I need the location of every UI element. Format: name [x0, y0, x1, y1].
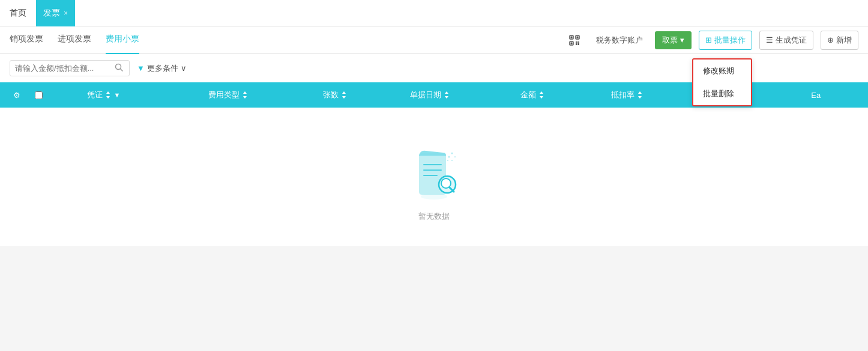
svg-line-11 [121, 69, 123, 72]
th-amount[interactable]: 金额 [485, 90, 579, 100]
th-deduct-rate[interactable]: 抵扣率 [580, 90, 674, 100]
search-icon [115, 63, 123, 73]
batch-op-button[interactable]: ⊞ 批量操作 [699, 31, 752, 50]
tab-sales-invoice[interactable]: 销项发票 [10, 26, 43, 54]
invoice-tab-label: 发票 [43, 8, 60, 19]
svg-rect-7 [577, 41, 579, 43]
batch-op-label: 批量操作 [714, 35, 746, 46]
sort-icon-deduct-rate [637, 90, 643, 100]
th-count-label: 张数 [323, 90, 339, 100]
sort-icon-count [341, 90, 347, 100]
batch-op-wrap: ⊞ 批量操作 修改账期 批量删除 [699, 31, 752, 50]
home-nav-item[interactable]: 首页 [10, 8, 36, 19]
close-icon[interactable]: × [64, 9, 68, 17]
empty-state-text: 暂无数据 [418, 211, 450, 222]
svg-rect-9 [578, 43, 579, 45]
generate-voucher-label: 生成凭证 [776, 35, 807, 46]
sort-icon-date [444, 90, 450, 100]
batch-op-dropdown: 修改账期 批量删除 [692, 58, 752, 106]
sort-icon [105, 90, 111, 100]
svg-rect-3 [577, 36, 579, 38]
svg-rect-1 [571, 36, 573, 38]
th-date[interactable]: 单据日期 [374, 90, 486, 100]
th-count[interactable]: 张数 [297, 90, 374, 100]
search-wrap[interactable] [10, 60, 130, 76]
filter-icon: ▼ [137, 64, 145, 73]
th-extra: Ea [769, 91, 863, 100]
invoice-tab[interactable]: 发票 × [36, 0, 75, 26]
empty-state: 暂无数据 [0, 108, 868, 246]
th-expense-type-label: 费用类型 [208, 90, 240, 100]
th-voucher[interactable]: 凭证 ▼ [48, 90, 160, 100]
more-conditions-label: 更多条件 [147, 63, 178, 74]
search-input[interactable] [15, 64, 111, 73]
gear-icon: ⚙ [13, 91, 20, 100]
more-conditions-button[interactable]: ▼ 更多条件 ∨ [137, 63, 187, 74]
batch-op-icon: ⊞ [705, 35, 712, 44]
generate-voucher-icon: ☰ [766, 35, 773, 44]
tax-account-button[interactable]: 税务数字账户 [591, 32, 648, 48]
take-ticket-button[interactable]: 取票 ▾ [655, 31, 692, 49]
generate-voucher-button[interactable]: ☰ 生成凭证 [759, 31, 813, 50]
more-conditions-dropdown-icon: ∨ [181, 64, 187, 73]
svg-point-23 [447, 160, 448, 161]
sort-icon-amount [538, 90, 544, 100]
th-gear[interactable]: ⚙ [5, 91, 29, 100]
add-button[interactable]: ⊕ 新增 [821, 31, 858, 50]
svg-rect-8 [576, 43, 577, 45]
th-voucher-label: 凭证 [87, 90, 103, 100]
th-amount-label: 金额 [520, 90, 536, 100]
empty-state-icon [404, 144, 464, 204]
take-ticket-drop-icon: ▾ [680, 35, 684, 44]
svg-rect-6 [576, 41, 577, 43]
add-icon: ⊕ [827, 35, 834, 44]
sub-nav-tabs: 销项发票 进项发票 费用小票 [10, 26, 139, 54]
take-ticket-label: 取票 [662, 35, 678, 46]
batch-delete-item[interactable]: 批量删除 [693, 82, 751, 105]
svg-point-20 [451, 153, 453, 154]
select-all-checkbox[interactable] [35, 91, 43, 99]
th-check[interactable] [29, 91, 48, 99]
tab-input-invoice[interactable]: 进项发票 [58, 26, 91, 54]
modify-period-item[interactable]: 修改账期 [693, 60, 751, 82]
add-label: 新增 [836, 35, 852, 46]
tab-expense-receipt[interactable]: 费用小票 [106, 26, 139, 54]
th-extra-label: Ea [811, 91, 821, 100]
th-deduct-rate-label: 抵扣率 [611, 90, 634, 100]
qr-code-button[interactable] [565, 31, 584, 50]
sort-icon-expense [242, 90, 248, 100]
sub-nav-actions: 税务数字账户 取票 ▾ ⊞ 批量操作 修改账期 批量删除 ☰ 生成凭证 ⊕ 新增 [565, 31, 858, 50]
sub-nav: 销项发票 进项发票 费用小票 税务数字账户 取票 ▾ [0, 26, 868, 54]
th-expense-type[interactable]: 费用类型 [160, 90, 297, 100]
svg-rect-5 [571, 42, 573, 44]
svg-point-22 [451, 160, 453, 161]
svg-point-19 [448, 156, 450, 158]
svg-point-21 [454, 156, 456, 157]
top-nav: 首页 发票 × [0, 0, 868, 26]
qr-code-icon [568, 34, 580, 46]
th-voucher-filter-icon: ▼ [113, 91, 120, 99]
th-date-label: 单据日期 [410, 90, 441, 100]
